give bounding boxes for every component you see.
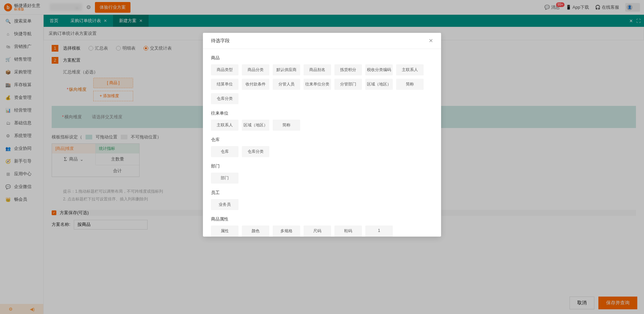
field-chip[interactable]: 简称 xyxy=(396,79,424,90)
field-group-title: 员工 xyxy=(211,190,433,196)
field-chip[interactable]: 1 xyxy=(365,226,393,237)
field-chip[interactable]: 仓库分类 xyxy=(211,93,238,104)
field-chip[interactable]: 颜色 xyxy=(242,226,269,237)
field-group-3: 部门部门 xyxy=(211,163,433,184)
field-chip[interactable]: 业务员 xyxy=(211,199,238,210)
field-group-4: 员工业务员 xyxy=(211,190,433,210)
field-chip[interactable]: 分管部门 xyxy=(334,79,362,90)
field-chip[interactable]: 主联系人 xyxy=(211,120,238,131)
modal-header: 待选字段 ✕ xyxy=(203,33,441,49)
modal-title: 待选字段 xyxy=(211,38,230,44)
field-group-1: 往来单位主联系人区域（地区）简称 xyxy=(211,110,433,131)
field-chip[interactable]: 商品别名 xyxy=(304,64,331,75)
field-chip[interactable]: 尺码 xyxy=(304,226,331,237)
field-chip[interactable]: 拣货积分 xyxy=(334,64,362,75)
field-chip[interactable]: 仓库分类 xyxy=(242,146,269,157)
field-group-title: 往来单位 xyxy=(211,110,433,116)
field-group-5: 商品属性属性颜色多规格尺码鞋码1 xyxy=(211,216,433,237)
field-chip[interactable]: 仓库 xyxy=(211,146,238,157)
field-chip[interactable]: 简称 xyxy=(273,120,300,131)
field-chip[interactable]: 默认供应商 xyxy=(273,64,300,75)
field-chip[interactable]: 往来单位分类 xyxy=(304,79,331,90)
field-group-title: 商品 xyxy=(211,55,433,61)
field-chip[interactable]: 部门 xyxy=(211,173,238,184)
field-chip[interactable]: 商品分类 xyxy=(242,64,269,75)
field-modal: 待选字段 ✕ 商品商品类型商品分类默认供应商商品别名拣货积分税收分类编码主联系人… xyxy=(203,33,441,237)
field-chip[interactable]: 收付款条件 xyxy=(242,79,269,90)
field-chip[interactable]: 税收分类编码 xyxy=(365,64,393,75)
field-group-title: 仓库 xyxy=(211,137,433,143)
field-chip[interactable]: 区域（地区） xyxy=(242,120,269,131)
field-group-2: 仓库仓库仓库分类 xyxy=(211,137,433,157)
field-chip[interactable]: 分管人员 xyxy=(273,79,300,90)
field-chip[interactable]: 主联系人 xyxy=(396,64,424,75)
field-group-0: 商品商品类型商品分类默认供应商商品别名拣货积分税收分类编码主联系人结算单位收付款… xyxy=(211,55,433,104)
field-chip[interactable]: 多规格 xyxy=(273,226,300,237)
field-group-title: 部门 xyxy=(211,163,433,169)
close-icon[interactable]: ✕ xyxy=(429,38,433,44)
modal-body: 商品商品类型商品分类默认供应商商品别名拣货积分税收分类编码主联系人结算单位收付款… xyxy=(203,49,441,237)
field-chip[interactable]: 区域（地区） xyxy=(365,79,393,90)
field-chip[interactable]: 商品类型 xyxy=(211,64,238,75)
field-group-title: 商品属性 xyxy=(211,216,433,222)
field-chip[interactable]: 鞋码 xyxy=(334,226,362,237)
field-chip[interactable]: 属性 xyxy=(211,226,238,237)
field-chip[interactable]: 结算单位 xyxy=(211,79,238,90)
